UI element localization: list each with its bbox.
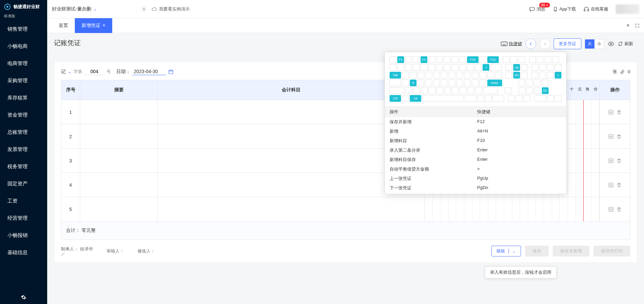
voucher-number-input[interactable] [84,68,104,75]
gear-icon [21,295,26,300]
user-avatar[interactable] [616,4,639,14]
shortcut-row: 新增Alt+N [385,127,566,136]
add-row-icon[interactable] [608,182,614,188]
shortcut-row: 自动平衡借贷方金额= [385,164,566,174]
svg-point-9 [610,43,612,45]
sidebar-item-7[interactable]: 总账管理 [0,124,47,141]
prev-voucher-button[interactable] [525,38,536,49]
chevron-down-icon: ⌄ [512,249,516,254]
fullscreen-icon[interactable] [634,22,641,29]
total-row: 合计： 零元整 [61,221,630,240]
keyboard-icon [501,41,508,46]
sidebar-item-1[interactable]: 销售管理 [0,21,47,38]
shortcut-row: 上一张凭证PgUp [385,174,566,183]
svg-rect-7 [588,9,589,11]
delete-row-icon[interactable] [616,134,622,139]
download-link[interactable]: App下载 [553,6,576,12]
size-small-button[interactable]: 小 [594,39,604,49]
logo: 畅捷通好业财 [0,0,47,13]
account-cell[interactable] [158,197,425,221]
sidebar-item-5[interactable]: 库存核算 [0,89,47,107]
delete-row-icon[interactable] [616,110,622,115]
headset-icon [583,6,589,12]
calendar-icon[interactable] [168,69,174,74]
tab-bar: 首页 新增凭证 ✕ ✕ [47,18,644,33]
delete-row-icon[interactable] [616,182,622,188]
sidebar-item-2[interactable]: 小畅电商 [0,38,47,55]
tab-new-voucher[interactable]: 新增凭证 ✕ [75,18,112,33]
project-name: 好业财测试-量勿删 [52,6,91,12]
chevron-down-icon[interactable]: ⌄ [68,69,71,74]
sidebar: 畅捷通好业财 标准版 营销图销售管理小畅电商电商管理采购管理库存核算资金管理总账… [0,0,47,304]
sidebar-item-4[interactable]: 采购管理 [0,72,47,89]
sidebar-item-8[interactable]: 发票管理 [0,141,47,158]
top-header: 好业财测试-量勿删 ⌄ 我要看实例演示 消息 99 + [47,0,644,18]
edit-icon[interactable] [61,252,93,256]
preview-button[interactable] [608,40,614,47]
auditor-info: 审核人： [106,248,124,254]
add-row-icon[interactable] [608,207,614,212]
tab-close-all[interactable]: ✕ [624,22,631,29]
svg-point-2 [143,8,145,10]
shortcut-link[interactable]: 快捷键 [501,41,522,47]
size-large-button[interactable]: 大 [585,39,594,49]
voucher-type-group: 记 ⌄ 字第 号 [61,68,111,75]
keyboard-diagram: F1F4F10F12=UpTabDn+SEnterEnCtrlAlt [385,52,566,106]
size-toggle: 大 小 [585,39,604,49]
sidebar-item-13[interactable]: 小畅报销 [0,227,47,244]
cloud-icon [152,6,157,12]
table-row: 5 [61,197,630,221]
project-selector[interactable]: 好业财测试-量勿删 ⌄ [52,6,136,12]
summary-cell[interactable] [80,124,158,149]
svg-rect-8 [501,42,507,46]
sidebar-settings[interactable] [0,291,47,304]
sidebar-item-3[interactable]: 电商管理 [0,55,47,72]
service-link[interactable]: 在线客服 [583,6,608,12]
delete-row-icon[interactable] [616,158,622,163]
brand-name: 畅捷通好业财 [13,4,40,10]
modifier-info: 修改人： [137,248,155,254]
phone-icon [553,6,558,12]
shortcut-popover: F1F4F10F12=UpTabDn+SEnterEnCtrlAlt 操作 快捷… [385,52,566,194]
header-settings-icon[interactable] [141,6,147,12]
sidebar-item-12[interactable]: 经营管理 [0,210,47,227]
add-row-icon[interactable] [608,158,614,163]
sidebar-item-10[interactable]: 固定资产 [0,175,47,192]
template-button[interactable]: 模板 ⌄ [491,246,521,256]
sidebar-item-6[interactable]: 资金管理 [0,107,47,124]
svg-point-5 [555,10,555,10]
shortcut-row: 录入第二条分录Enter [385,146,566,155]
demo-link[interactable]: 我要看实例演示 [152,6,190,12]
svg-rect-10 [169,70,173,74]
sidebar-item-11[interactable]: 工资 [0,192,47,210]
close-icon[interactable]: ✕ [102,23,105,28]
summary-cell[interactable] [80,100,158,124]
shortcut-row: 新增科目保存Enter [385,155,566,164]
summary-cell[interactable] [80,149,158,173]
chevron-down-icon: ⌄ [93,6,97,11]
message-icon [529,6,535,12]
save-tooltip: 录入有效信息后，按钮才会启用 [485,266,556,278]
sidebar-item-14[interactable]: 基础信息 [0,244,47,261]
date-input[interactable] [132,68,166,75]
shortcut-row: 下一张凭证PgDn [385,183,566,193]
card-footer: 制单人： 徐泽华 审核人： 修改人： 模板 ⌄ [61,240,630,256]
delete-row-icon[interactable] [616,207,622,212]
more-voucher-button[interactable]: 更多凭证 [554,38,581,49]
th-seq: 序号 [61,80,80,100]
date-group: 日期： [116,68,174,75]
svg-rect-3 [530,7,534,10]
brand-edition: 标准版 [0,13,47,21]
toolbar: 快捷键 更多凭证 大 小 刷新 [501,38,633,49]
messages-link[interactable]: 消息 99 + [529,6,545,12]
attachment-icon[interactable] [620,69,625,74]
tab-home[interactable]: 首页 [52,18,75,33]
th-summary: 摘要 [80,80,158,100]
creator-info: 制单人： 徐泽华 [61,246,93,256]
summary-cell[interactable] [80,197,158,221]
summary-cell[interactable] [80,173,158,197]
sidebar-item-9[interactable]: 税务管理 [0,158,47,175]
add-row-icon[interactable] [608,134,614,139]
refresh-button[interactable]: 刷新 [618,41,633,47]
add-row-icon[interactable] [608,110,614,115]
